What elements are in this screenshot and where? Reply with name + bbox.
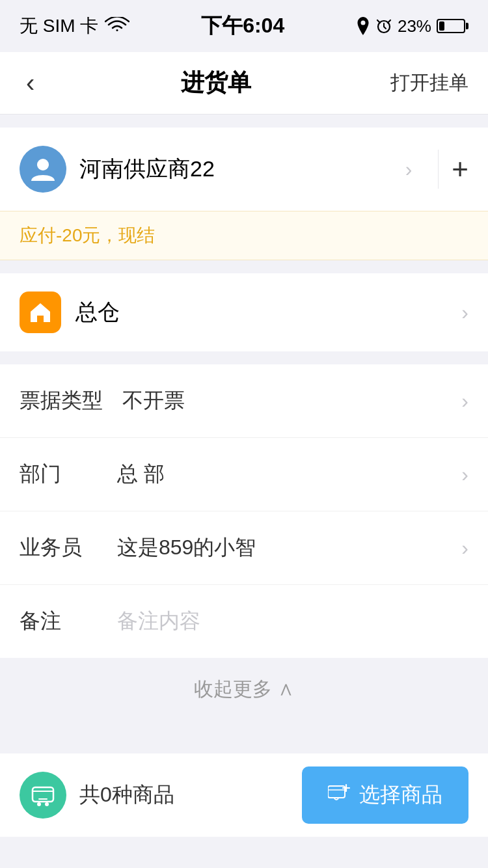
section-gap-4	[0, 721, 488, 740]
home-icon	[28, 300, 53, 325]
svg-point-4	[45, 802, 49, 806]
select-product-button[interactable]: 选择商品	[302, 766, 468, 824]
location-icon	[356, 17, 370, 35]
notice-bar: 应付-20元，现结	[0, 211, 488, 260]
invoice-type-value: 不开票	[122, 387, 461, 415]
cart-icon	[30, 782, 56, 808]
warehouse-name: 总仓	[75, 297, 461, 327]
warehouse-row[interactable]: 总仓 ›	[0, 273, 488, 351]
add-supplier-button[interactable]: +	[452, 153, 468, 185]
status-left: 无 SIM 卡	[20, 14, 129, 38]
invoice-type-arrow: ›	[461, 389, 468, 413]
section-gap-2	[0, 260, 488, 273]
select-cart-icon	[328, 783, 351, 803]
warehouse-arrow-icon: ›	[461, 301, 468, 325]
section-gap-3	[0, 351, 488, 364]
svg-point-3	[37, 802, 41, 806]
notice-text: 应付-20元，现结	[20, 225, 155, 245]
department-row[interactable]: 部门 总 部 ›	[0, 438, 488, 511]
supplier-name: 河南供应商22	[79, 154, 405, 184]
alarm-icon	[375, 17, 392, 35]
page-title: 进货单	[181, 67, 251, 99]
svg-point-1	[37, 159, 49, 170]
salesperson-label: 业务员	[20, 534, 98, 562]
invoice-type-row[interactable]: 票据类型 不开票 ›	[0, 364, 488, 438]
salesperson-value: 这是859的小智	[117, 534, 461, 562]
wifi-icon	[105, 17, 129, 35]
supplier-arrow-icon: ›	[405, 157, 413, 182]
remark-label: 备注	[20, 607, 98, 636]
supplier-row[interactable]: 河南供应商22 › +	[0, 128, 488, 211]
status-time: 下午6:04	[201, 12, 284, 40]
supplier-avatar	[20, 146, 66, 193]
department-value: 总 部	[117, 460, 461, 489]
back-button[interactable]: ‹	[20, 62, 41, 104]
section-gap-1	[0, 115, 488, 128]
nav-bar: ‹ 进货单 打开挂单	[0, 52, 488, 115]
salesperson-row[interactable]: 业务员 这是859的小智 ›	[0, 511, 488, 585]
person-icon	[29, 155, 57, 183]
select-product-icon	[328, 783, 351, 808]
page-bg	[0, 837, 488, 868]
status-right: 23%	[356, 16, 468, 36]
department-arrow: ›	[461, 463, 468, 487]
warehouse-icon-bg	[20, 292, 61, 333]
department-label: 部门	[20, 460, 98, 489]
remark-row[interactable]: 备注 备注内容	[0, 585, 488, 658]
supplier-section: 河南供应商22 › + 应付-20元，现结	[0, 128, 488, 260]
battery-icon	[437, 19, 468, 33]
divider	[438, 150, 439, 189]
form-section: 票据类型 不开票 › 部门 总 部 › 业务员 这是859的小智 › 备注 备注…	[0, 364, 488, 658]
status-bar: 无 SIM 卡 下午6:04 23%	[0, 0, 488, 52]
select-product-label: 选择商品	[359, 781, 442, 809]
product-icon-bg	[20, 772, 66, 819]
product-count-label: 共0种商品	[79, 781, 302, 809]
battery-percent: 23%	[398, 16, 431, 36]
product-bar: 共0种商品 选择商品	[0, 753, 488, 837]
collapse-bar[interactable]: 收起更多 ∧	[0, 658, 488, 721]
salesperson-arrow: ›	[461, 536, 468, 560]
warehouse-section: 总仓 ›	[0, 273, 488, 351]
open-pending-button[interactable]: 打开挂单	[390, 70, 468, 96]
carrier-label: 无 SIM 卡	[20, 14, 98, 38]
remark-value[interactable]: 备注内容	[117, 607, 468, 636]
invoice-type-label: 票据类型	[20, 387, 103, 415]
collapse-label: 收起更多 ∧	[194, 678, 293, 699]
